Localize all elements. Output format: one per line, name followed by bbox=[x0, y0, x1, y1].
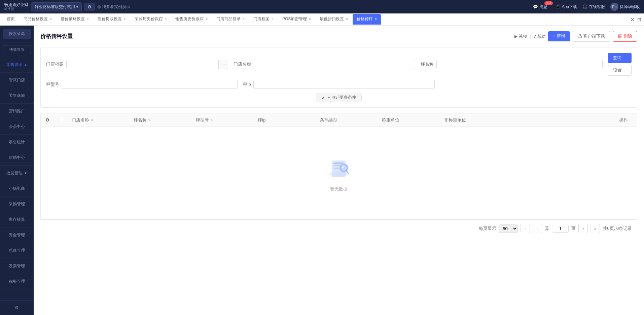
next-page-button[interactable]: › bbox=[578, 224, 588, 233]
help-link[interactable]: ? 帮助 bbox=[534, 34, 545, 39]
per-page-select[interactable]: 10 20 50 100 bbox=[499, 224, 518, 233]
sidebar-item-member-center[interactable]: 会员中心 bbox=[0, 119, 34, 135]
th-scale-model: 秤型号 ⇅ bbox=[192, 117, 254, 123]
page-input[interactable] bbox=[552, 225, 569, 233]
sidebar-item-label: 批发管理 bbox=[6, 170, 23, 176]
store-archive-label: 门店档案 bbox=[46, 61, 64, 67]
sidebar-settings-button[interactable]: ⚙ bbox=[0, 300, 34, 315]
tab-close-window-button[interactable]: ✕ bbox=[631, 17, 635, 22]
store-archive-input[interactable] bbox=[67, 60, 218, 69]
sidebar-item-label: 税务管理 bbox=[9, 279, 25, 284]
tab-purchase-history[interactable]: 采购历史价跟踪 × bbox=[131, 14, 171, 25]
version-selector[interactable]: 好业财标准版交付试用 ▾ bbox=[31, 2, 82, 11]
tab-close-icon[interactable]: × bbox=[87, 17, 89, 21]
add-button[interactable]: + 新增 bbox=[548, 31, 570, 41]
sidebar-item-label: 总账管理 bbox=[9, 248, 25, 253]
scale-name-input[interactable] bbox=[436, 60, 603, 69]
sidebar-item-invoice[interactable]: 发票管理 bbox=[0, 258, 34, 274]
tab-min-discount[interactable]: 最低折扣设置 × bbox=[316, 14, 352, 25]
tab-close-icon[interactable]: × bbox=[165, 17, 167, 21]
sidebar-item-retail-mall[interactable]: 零售商城 bbox=[0, 88, 34, 104]
select-all-checkbox[interactable] bbox=[59, 118, 63, 122]
tab-close-icon[interactable]: × bbox=[375, 17, 377, 21]
table-settings-cell[interactable]: ⚙ bbox=[41, 117, 54, 123]
settings-icon: ⚙ bbox=[87, 4, 92, 9]
scale-model-input[interactable] bbox=[62, 80, 238, 89]
tab-home[interactable]: 首页 bbox=[3, 14, 19, 25]
tab-close-icon[interactable]: × bbox=[124, 17, 126, 21]
sidebar-item-label: 库存核算 bbox=[9, 217, 25, 222]
table-header: ⚙ 门店名称 ⇅ 秤名称 ⇅ 秤型号 ⇅ bbox=[41, 113, 637, 127]
tab-price-extract[interactable]: 售价提取设置 × bbox=[94, 14, 130, 25]
video-link[interactable]: ▶ 视频 bbox=[514, 34, 527, 39]
tab-maximize-button[interactable]: ⊡ bbox=[637, 17, 641, 22]
sidebar-item-label: 会员中心 bbox=[9, 124, 25, 130]
page-suffix-label: 页 bbox=[571, 225, 576, 232]
sidebar-item-marketing[interactable]: 营销推广 bbox=[0, 104, 34, 119]
sort-icon[interactable]: ⇅ bbox=[210, 118, 213, 122]
tab-close-icon[interactable]: × bbox=[206, 17, 208, 21]
header-right: 💬 消息 99+ 📱 App下载 🎧 在线客服 Ea 徐泽华修改 bbox=[530, 3, 640, 11]
page-label: 算 bbox=[545, 225, 549, 232]
quick-nav-area: 快捷导航 bbox=[0, 42, 34, 57]
store-archive-input-container: ··· bbox=[66, 60, 228, 69]
tab-store-archive[interactable]: 门店档案 × bbox=[249, 14, 278, 25]
divider: | bbox=[530, 34, 531, 39]
user-avatar-button[interactable]: Ea 徐泽华修改 bbox=[610, 3, 640, 11]
settings-query-button[interactable]: 设置 bbox=[608, 65, 632, 76]
sort-icon[interactable]: ⇅ bbox=[148, 118, 151, 122]
sidebar-item-tax[interactable]: 税务管理 bbox=[0, 274, 34, 289]
tab-bar-right: ✕ ⊡ bbox=[631, 17, 641, 22]
first-page-button[interactable]: « bbox=[521, 224, 530, 233]
table-checkbox-all[interactable] bbox=[54, 118, 68, 122]
prev-page-button[interactable]: ‹ bbox=[533, 224, 542, 233]
delete-button[interactable]: 窗 删除 bbox=[613, 31, 637, 42]
sidebar-item-ecommerce[interactable]: 小畅电商 bbox=[0, 181, 34, 197]
sidebar-item-purchase-management[interactable]: 采购管理 bbox=[0, 197, 34, 212]
sidebar-item-general-ledger[interactable]: 总账管理 bbox=[0, 243, 34, 258]
tab-close-icon[interactable]: × bbox=[272, 17, 274, 21]
filter-scale-model: 秤型号 bbox=[46, 80, 238, 89]
scale-ip-input[interactable] bbox=[253, 80, 434, 89]
collapse-filter-button[interactable]: ∧ ∧ 收起更多条件 bbox=[316, 93, 362, 102]
search-menu-button[interactable]: 搜索菜单 bbox=[3, 29, 31, 39]
sidebar-item-retail-stats[interactable]: 零售统计 bbox=[0, 135, 34, 150]
tab-sales-history[interactable]: 销售历史价跟踪 × bbox=[171, 14, 212, 25]
sort-icon[interactable]: ⇅ bbox=[91, 118, 93, 122]
tab-bar: 首页 商品价格设置 × 进价策略设置 × 售价提取设置 × 采购历史价跟踪 × … bbox=[0, 13, 644, 26]
tab-close-icon[interactable]: × bbox=[243, 17, 245, 21]
store-archive-ellipsis-button[interactable]: ··· bbox=[218, 60, 228, 69]
tab-close-icon[interactable]: × bbox=[346, 17, 348, 21]
tab-close-icon[interactable]: × bbox=[50, 17, 52, 21]
filter-scale-name: 秤名称 bbox=[421, 60, 603, 69]
message-button[interactable]: 💬 消息 99+ bbox=[530, 4, 550, 10]
app-download-button[interactable]: 📱 App下载 bbox=[556, 4, 577, 10]
tab-close-icon[interactable]: × bbox=[309, 17, 311, 21]
app-logo: 畅捷通好业财 标准版 bbox=[4, 2, 28, 11]
last-page-button[interactable]: » bbox=[591, 224, 600, 233]
sidebar-item-finance[interactable]: 资金管理 bbox=[0, 228, 34, 243]
tab-price-scale[interactable]: 价格传秤 × bbox=[353, 14, 381, 25]
th-barcode-type: 条码类型 bbox=[316, 117, 378, 123]
headset-icon: 🎧 bbox=[582, 4, 587, 9]
tab-purchase-strategy[interactable]: 进价策略设置 × bbox=[57, 14, 93, 25]
sidebar-item-wholesale-management[interactable]: 批发管理 ▼ bbox=[0, 166, 34, 181]
tab-product-price[interactable]: 商品价格设置 × bbox=[20, 14, 56, 25]
tab-store-catalog[interactable]: 门店商品目录 × bbox=[212, 14, 249, 25]
store-name-input[interactable] bbox=[254, 60, 416, 69]
filter-area: 门店档案 ··· 门店名称 秤名称 bbox=[40, 47, 637, 108]
demo-button[interactable]: ◎ 我要看实例演示 bbox=[97, 4, 130, 10]
th-scale-ip: 秤ip bbox=[254, 117, 316, 123]
svg-point-8 bbox=[342, 166, 344, 168]
quick-nav-button[interactable]: 快捷导航 bbox=[3, 45, 31, 54]
filter-store-archive: 门店档案 ··· bbox=[46, 60, 228, 69]
query-button[interactable]: 查询 bbox=[608, 53, 632, 63]
sidebar-item-retail-management[interactable]: 零售管理 ▲ bbox=[0, 57, 34, 73]
header-settings-button[interactable]: ⚙ bbox=[84, 3, 95, 11]
online-service-button[interactable]: 🎧 在线客服 bbox=[582, 4, 605, 10]
sidebar-item-inventory[interactable]: 库存核算 bbox=[0, 212, 34, 228]
tab-pos-management[interactable]: POS加密管理 × bbox=[278, 14, 315, 25]
sidebar-item-smart-store[interactable]: 智慧门店 bbox=[0, 73, 34, 88]
download-client-button[interactable]: 凸 客户端下载 bbox=[573, 31, 610, 42]
sidebar-item-help-center[interactable]: 帮助中心 bbox=[0, 150, 34, 166]
